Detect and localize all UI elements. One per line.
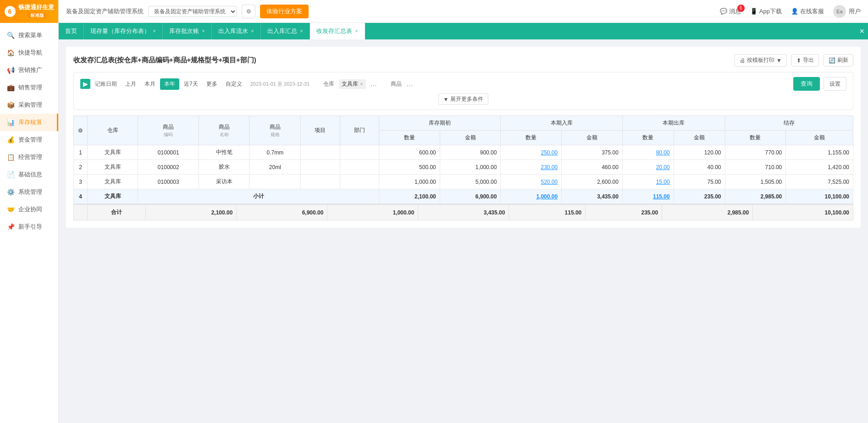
date-btn-this-month[interactable]: 本月: [141, 79, 159, 89]
sidebar-label-system: 系统管理: [18, 188, 42, 196]
print-btn[interactable]: 🖨 按模板打印 ▼: [735, 54, 787, 66]
sidebar-item-sales[interactable]: 💼 销售管理: [0, 79, 58, 96]
cell-goods-code: 0100003: [138, 175, 199, 189]
cell-in-amt: 2,600.00: [562, 175, 623, 189]
cell-open-qty: 500.00: [379, 160, 440, 175]
sidebar-label-guide: 新手引导: [18, 223, 42, 231]
tab-batch[interactable]: 库存批次账 ×: [163, 23, 212, 39]
filter-arrow[interactable]: ▶: [80, 79, 90, 89]
date-label: 记账日期: [95, 80, 117, 88]
table-row: 1 文具库 0100001 中性笔 0.7mm 600.00 900.00 25…: [74, 145, 853, 160]
tab-summary[interactable]: 出入库汇总 ×: [261, 23, 310, 39]
sidebar-label-base-info: 基础信息: [18, 170, 42, 179]
tab-close-flow[interactable]: ×: [251, 28, 254, 34]
sidebar-item-guide[interactable]: 📌 新手引导: [0, 218, 58, 236]
sidebar-item-purchase[interactable]: 📦 采购管理: [0, 96, 58, 114]
th-goods-spec: 商品规格: [249, 116, 301, 145]
cell-out-qty[interactable]: 80.00: [622, 145, 674, 160]
tab-inventory-dist[interactable]: 现存量（库存分布表） ×: [84, 23, 163, 39]
cell-in-qty[interactable]: 230.00: [501, 160, 562, 175]
tab-close-inventory-dist[interactable]: ×: [153, 28, 156, 34]
cell-goods-spec: [249, 175, 301, 189]
tab-flow[interactable]: 出入库流水 ×: [212, 23, 261, 39]
topbar-inner: 装备及固定资产辅助管理系统 装备及固定资产辅助管理系统 ⚙ 体验行业方案 💬 6…: [59, 5, 868, 18]
subtotal-row: 4 文具库 小计 2,100.00 6,900.00 1,000.00 3,43…: [74, 189, 853, 204]
inventory-icon: 📊: [6, 118, 15, 126]
search-icon: 🔍: [6, 31, 15, 39]
footer-total-label: 合计: [88, 204, 146, 220]
online-service-label: 在线客服: [800, 7, 824, 16]
refresh-btn[interactable]: 🔄 刷新: [824, 54, 853, 66]
refresh-icon: 🔄: [829, 57, 835, 64]
notifications-btn[interactable]: 💬 6 消息: [720, 7, 741, 16]
cell-dept: [340, 145, 379, 160]
cell-in-qty[interactable]: 520.00: [501, 175, 562, 189]
online-service-btn[interactable]: 👤 在线客服: [791, 7, 824, 16]
query-button[interactable]: 查询: [793, 77, 820, 91]
export-btn[interactable]: ⬆ 导出: [791, 54, 819, 66]
sidebar-item-search[interactable]: 🔍 搜索菜单: [0, 27, 58, 44]
setting-button[interactable]: 设置: [824, 77, 846, 91]
tab-close-summary[interactable]: ×: [300, 28, 303, 34]
warehouse-dots[interactable]: ...: [370, 80, 377, 88]
cell-out-qty[interactable]: 20.00: [622, 160, 674, 175]
cell-in-qty[interactable]: 250.00: [501, 145, 562, 160]
th-project: 项目: [301, 116, 340, 145]
cell-in-amt: 375.00: [562, 145, 623, 160]
sales-icon: 💼: [6, 83, 15, 92]
main-content: 收发存汇总表(按仓库+商品编码+商品+规格型号+项目+部门) 🖨 按模板打印 ▼…: [59, 39, 868, 423]
footer-out-qty: 115.00: [509, 204, 586, 220]
date-btn-custom[interactable]: 自定义: [222, 79, 246, 89]
expand-conditions-btn[interactable]: ▼ 展开更多条件: [438, 93, 489, 105]
warehouse-tag-text: 文具库: [342, 80, 358, 88]
filter-line2: ▼ 展开更多条件: [80, 93, 846, 105]
footer-empty1: [74, 204, 88, 220]
sidebar-item-assets[interactable]: 💰 资金管理: [0, 131, 58, 148]
sidebar-item-quick-nav[interactable]: 🏠 快捷导航: [0, 44, 58, 61]
th-group-out: 本期出库: [622, 116, 725, 131]
filter-actions: 查询 设置: [793, 77, 846, 91]
sub-in-qty[interactable]: 1,000.00: [501, 189, 562, 204]
sidebar-item-operations[interactable]: 📋 经营管理: [0, 148, 58, 166]
tab-home[interactable]: 首页: [59, 23, 84, 39]
sidebar-item-marketing[interactable]: 📢 营销推广: [0, 61, 58, 79]
sidebar-item-inventory[interactable]: 📊 库存核算: [0, 114, 58, 131]
logo-icon: 6: [5, 6, 16, 17]
goods-dots[interactable]: ...: [406, 80, 413, 88]
cell-project: [301, 145, 340, 160]
tab-close-batch[interactable]: ×: [202, 28, 205, 34]
warehouse-remove-icon[interactable]: ×: [360, 81, 363, 87]
system-icon: ⚙️: [6, 188, 15, 196]
cell-bal-qty: 770.00: [725, 145, 786, 160]
cell-warehouse: 文具库: [88, 175, 138, 189]
sidebar-menu: 🔍 搜索菜单 🏠 快捷导航 📢 营销推广 💼 销售管理 📦 采购管理 📊 库存核…: [0, 23, 58, 239]
tabs-bar: 首页 现存量（库存分布表） × 库存批次账 × 出入库流水 × 出入库汇总 × …: [59, 23, 868, 39]
cell-goods-name: 中性笔: [199, 145, 249, 160]
tab-recv-send[interactable]: 收发存汇总表 ×: [310, 23, 365, 39]
experience-btn[interactable]: 体验行业方案: [260, 5, 309, 18]
base-info-icon: 📄: [6, 170, 15, 179]
date-btn-more[interactable]: 更多: [203, 79, 221, 89]
app-download-btn[interactable]: 📱 App下载: [750, 7, 782, 16]
tab-close-recv-send[interactable]: ×: [355, 28, 358, 34]
user-menu[interactable]: Ea 用户: [833, 5, 861, 18]
cell-dept: [340, 175, 379, 189]
cell-bal-amt: 7,525.00: [786, 175, 853, 189]
settings-button[interactable]: ⚙: [242, 5, 255, 18]
th-out-qty: 数量: [622, 131, 674, 145]
tabs-close-all[interactable]: ×: [859, 27, 864, 36]
date-btn-7days[interactable]: 近7天: [180, 79, 202, 89]
sub-out-qty[interactable]: 115.00: [622, 189, 674, 204]
sidebar-item-enterprise[interactable]: 🤝 企业协同: [0, 201, 58, 218]
date-btn-this-year[interactable]: 本年: [160, 78, 179, 90]
system-selector[interactable]: 装备及固定资产辅助管理系统: [148, 6, 237, 17]
cell-open-qty: 1,000.00: [379, 175, 440, 189]
cell-bal-qty: 1,505.00: [725, 175, 786, 189]
purchase-icon: 📦: [6, 101, 15, 109]
cell-out-qty[interactable]: 15.00: [622, 175, 674, 189]
sidebar-label-search: 搜索菜单: [18, 31, 42, 39]
date-btn-last-month[interactable]: 上月: [122, 79, 140, 89]
sidebar-item-base-info[interactable]: 📄 基础信息: [0, 166, 58, 183]
sidebar-item-system[interactable]: ⚙️ 系统管理: [0, 183, 58, 201]
cell-open-qty: 600.00: [379, 145, 440, 160]
